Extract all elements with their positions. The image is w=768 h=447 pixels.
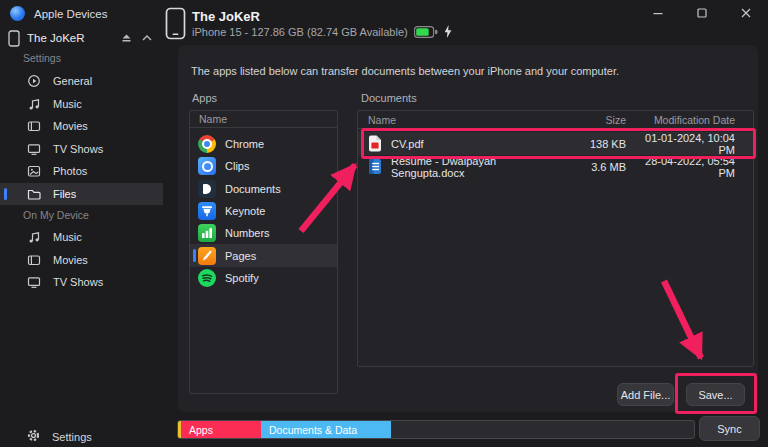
sidebar-item-label: Files <box>53 188 76 200</box>
sidebar-item-photos[interactable]: Photos <box>0 160 163 183</box>
app-label: Clips <box>225 160 249 172</box>
file-sharing-panel: The apps listed below can transfer docum… <box>178 45 758 412</box>
keynote-icon <box>198 202 216 220</box>
folder-icon <box>26 187 41 201</box>
selection-indicator <box>193 249 196 262</box>
minimize-button[interactable] <box>636 0 680 26</box>
app-label: Numbers <box>225 227 270 239</box>
sidebar-section-on-my-device: On My Device <box>23 209 89 221</box>
document-date: 01-01-2024, 10:04 PM <box>626 132 753 156</box>
app-row-clips[interactable]: Clips <box>190 155 337 177</box>
documents-name-column-header[interactable]: Name <box>358 114 556 126</box>
close-icon <box>741 8 751 18</box>
battery-icon <box>414 26 438 38</box>
document-size: 138 KB <box>556 138 626 150</box>
apps-name-column-header[interactable]: Name <box>190 111 337 128</box>
app-label: Chrome <box>225 138 264 150</box>
storage-segment-documents-data: Documents & Data <box>261 421 391 438</box>
sidebar-device-row[interactable]: The JoKeR <box>8 28 156 48</box>
app-row-chrome[interactable]: Chrome <box>190 133 337 155</box>
music-icon <box>26 97 41 111</box>
clips-icon <box>198 157 216 175</box>
documents-date-column-header[interactable]: Modification Date <box>626 114 753 126</box>
settings-label: Settings <box>52 431 92 443</box>
movies-icon <box>26 253 41 267</box>
word-file-icon <box>368 158 382 175</box>
document-date: 28-04-2022, 05:54 PM <box>626 155 753 179</box>
storage-segment-label: Apps <box>181 424 213 436</box>
tv-icon <box>26 142 41 156</box>
documents-size-column-header[interactable]: Size <box>556 114 626 126</box>
save-button[interactable]: Save... <box>686 383 745 406</box>
sidebar: The JoKeR Settings General <box>0 0 163 447</box>
sidebar-item-label: Photos <box>53 165 87 177</box>
movies-icon <box>26 119 41 133</box>
documents-table: Name Size Modification Date CV.pdf 138 K… <box>357 110 754 367</box>
maximize-icon <box>697 8 707 18</box>
storage-usage-bar: Apps Documents & Data <box>177 420 695 439</box>
sync-button[interactable]: Sync <box>699 416 760 441</box>
app-label: Keynote <box>225 205 265 217</box>
sidebar-item-device-tv-shows[interactable]: TV Shows <box>0 271 163 294</box>
photos-icon <box>26 164 41 178</box>
document-name: CV.pdf <box>391 138 424 150</box>
numbers-icon <box>198 224 216 242</box>
app-window: Apple Devices The JoKeR <box>0 0 768 447</box>
charging-bolt-icon <box>444 25 452 38</box>
sidebar-item-music[interactable]: Music <box>0 93 163 116</box>
sidebar-item-general[interactable]: General <box>0 70 163 93</box>
app-row-keynote[interactable]: Keynote <box>190 200 337 222</box>
app-label: Spotify <box>225 272 259 284</box>
sidebar-item-movies[interactable]: Movies <box>0 115 163 138</box>
sidebar-item-label: Music <box>53 231 82 243</box>
sidebar-section-settings: Settings <box>23 52 61 64</box>
sidebar-item-label: TV Shows <box>53 276 103 288</box>
tv-icon <box>26 275 41 289</box>
sidebar-device-list: Music Movies TV Shows <box>0 226 163 294</box>
gear-icon <box>26 428 41 445</box>
sidebar-item-label: Movies <box>53 120 88 132</box>
sidebar-item-label: Music <box>53 98 82 110</box>
sidebar-item-device-music[interactable]: Music <box>0 226 163 249</box>
spotify-icon <box>198 269 216 287</box>
iphone-icon <box>8 30 20 47</box>
chrome-icon <box>198 135 216 153</box>
app-row-spotify[interactable]: Spotify <box>190 267 337 289</box>
file-sharing-description: The apps listed below can transfer docum… <box>191 65 619 77</box>
storage-segment-apps: Apps <box>181 421 261 438</box>
device-header-iphone-icon <box>165 7 186 42</box>
general-icon <box>26 74 41 88</box>
eject-icon[interactable] <box>121 33 132 43</box>
apps-panel-label: Apps <box>192 92 217 104</box>
sidebar-item-label: General <box>53 75 92 87</box>
pdf-file-icon <box>368 135 382 152</box>
add-file-button[interactable]: Add File... <box>617 383 674 406</box>
document-size: 3.6 MB <box>556 161 626 173</box>
documents-icon <box>198 180 216 198</box>
app-label: Pages <box>225 250 256 262</box>
documents-panel-label: Documents <box>361 92 417 104</box>
document-row-resume-docx[interactable]: Resume - Dwaipayan Sengupta.docx 3.6 MB … <box>358 155 753 178</box>
chevron-up-icon[interactable] <box>142 35 152 41</box>
settings-button[interactable]: Settings <box>26 428 92 445</box>
device-info-text: iPhone 15 - 127.86 GB (82.74 GB Availabl… <box>192 26 408 38</box>
sidebar-item-label: TV Shows <box>53 143 103 155</box>
music-icon <box>26 230 41 244</box>
document-name: Resume - Dwaipayan Sengupta.docx <box>391 155 556 179</box>
sidebar-item-files[interactable]: Files <box>0 183 163 206</box>
app-row-documents[interactable]: Documents <box>190 178 337 200</box>
sidebar-device-name: The JoKeR <box>27 32 121 44</box>
app-label: Documents <box>225 183 281 195</box>
app-row-pages[interactable]: Pages <box>190 244 337 266</box>
app-row-numbers[interactable]: Numbers <box>190 222 337 244</box>
apps-table: Name Chrome Clips Documents <box>189 110 338 394</box>
sidebar-item-tv-shows[interactable]: TV Shows <box>0 138 163 161</box>
device-info-row: iPhone 15 - 127.86 GB (82.74 GB Availabl… <box>192 25 452 38</box>
sidebar-item-device-movies[interactable]: Movies <box>0 249 163 272</box>
minimize-icon <box>653 8 663 18</box>
close-button[interactable] <box>724 0 768 26</box>
maximize-button[interactable] <box>680 0 724 26</box>
document-row-cv-pdf[interactable]: CV.pdf 138 KB 01-01-2024, 10:04 PM <box>358 132 753 155</box>
pages-icon <box>198 247 216 265</box>
storage-segment-label: Documents & Data <box>261 424 357 436</box>
